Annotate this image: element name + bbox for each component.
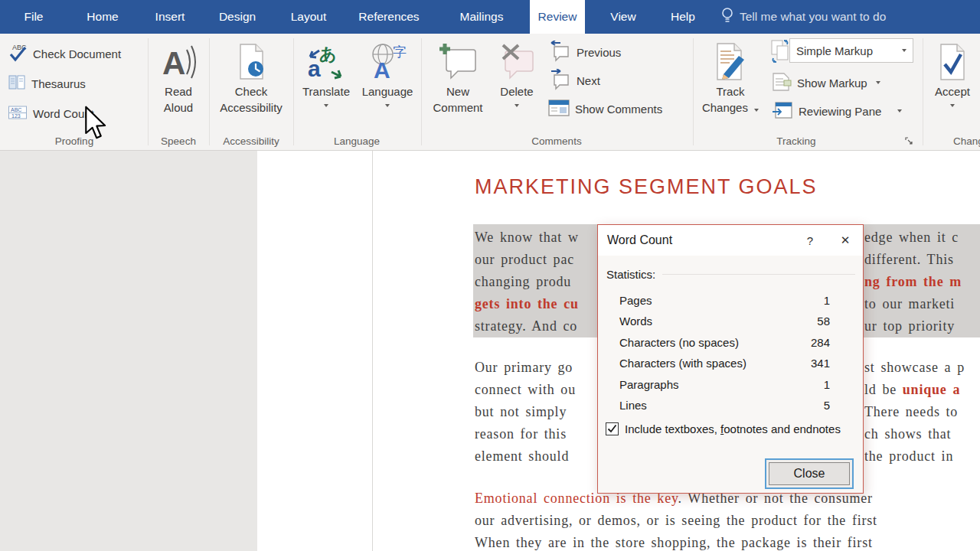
close-button-focus-ring: Close <box>765 458 854 489</box>
tell-me-box[interactable]: Tell me what you want to do <box>721 0 886 34</box>
read-aloud-button[interactable]: A Read Aloud <box>152 37 205 137</box>
simple-markup-value: Simple Markup <box>796 44 902 57</box>
tab-references[interactable]: References <box>345 0 433 34</box>
doc-red-span: unique a <box>903 382 960 397</box>
dialog-help-button[interactable]: ? <box>792 234 828 247</box>
tab-layout[interactable]: Layout <box>273 0 345 34</box>
stat-row-pages: Pages1 <box>619 292 830 308</box>
display-for-review-combobox[interactable]: Simple Markup <box>789 38 913 63</box>
stat-value: 284 <box>811 336 830 349</box>
check-document-button[interactable]: ABC Check Document <box>8 43 121 64</box>
doc-line: ur top priority <box>864 315 980 337</box>
delete-dropdown-caret <box>514 104 519 107</box>
checkbox-checked[interactable] <box>606 422 619 435</box>
dialog-close-icon[interactable]: ✕ <box>828 233 863 247</box>
stat-label: Characters (no spaces) <box>619 336 739 349</box>
spellcheck-icon: ABC <box>8 43 28 65</box>
tab-help[interactable]: Help <box>662 0 704 34</box>
stat-row-lines: Lines5 <box>619 396 830 413</box>
new-comment-button[interactable]: New Comment <box>426 37 490 137</box>
paragraph-1-left-fragment[interactable]: We know that w our product pac changing … <box>475 227 579 337</box>
stat-label: Paragraphs <box>619 378 679 391</box>
stat-label: Words <box>619 315 652 328</box>
group-label-tracking: Tracking <box>776 135 815 147</box>
reviewing-pane-button[interactable]: Reviewing Pane <box>772 100 902 122</box>
paragraph-2-left-fragment[interactable]: Our primary go connect with ou but not s… <box>475 357 576 468</box>
stat-label: Characters (with spaces) <box>619 357 746 370</box>
read-aloud-icon: A <box>160 41 197 83</box>
track-changes-dropdown-caret <box>754 109 759 112</box>
doc-line-red: gets into the cu <box>475 293 579 315</box>
reviewing-pane-label: Reviewing Pane <box>799 105 881 118</box>
group-label-changes: Changes <box>953 135 980 147</box>
doc-line: to our marketi <box>864 293 980 315</box>
tab-design[interactable]: Design <box>202 0 273 34</box>
stat-value: 58 <box>817 315 830 328</box>
group-label-language: Language <box>334 135 380 147</box>
doc-line: different. This <box>864 249 980 271</box>
app-background <box>0 151 257 551</box>
accept-dropdown-caret <box>950 104 955 107</box>
paragraph-3[interactable]: Emotional connection is the key. Whether… <box>475 487 980 551</box>
group-label-accessibility: Accessibility <box>223 135 279 147</box>
read-aloud-label: Read <box>165 83 192 99</box>
new-comment-label: New <box>446 83 469 99</box>
doc-line: Our primary go <box>475 357 576 379</box>
stat-row-chars-with-spaces: Characters (with spaces)341 <box>619 354 830 371</box>
doc-line: but not simply <box>475 401 576 423</box>
tab-mailings[interactable]: Mailings <box>433 0 530 34</box>
svg-text:字: 字 <box>393 44 407 60</box>
stat-value: 5 <box>824 399 830 412</box>
tab-view[interactable]: View <box>585 0 662 34</box>
svg-text:123: 123 <box>11 113 21 119</box>
word-count-icon: ABC123 <box>8 103 28 124</box>
stat-value: 1 <box>824 378 830 391</box>
doc-line-red: ng from the m <box>864 271 980 293</box>
paragraph-2-right-fragment[interactable]: st showcase a p ld be unique a There nee… <box>864 357 980 468</box>
doc-line: element should <box>475 445 576 468</box>
show-comments-button[interactable]: Show Comments <box>548 98 662 119</box>
tab-file[interactable]: File <box>0 0 67 34</box>
translate-button[interactable]: あa Translate <box>297 37 355 137</box>
check-document-label: Check Document <box>33 47 121 60</box>
previous-comment-label: Previous <box>577 46 621 59</box>
stat-row-paragraphs: Paragraphs1 <box>619 376 830 393</box>
group-separator <box>923 38 923 145</box>
group-separator <box>293 38 294 145</box>
thesaurus-button[interactable]: Thesaurus <box>8 73 86 94</box>
doc-line: the product in <box>864 445 980 468</box>
group-label-comments: Comments <box>531 135 581 147</box>
document-heading: MARKETING SEGMENT GOALS <box>475 175 818 199</box>
translate-dropdown-caret <box>324 104 328 107</box>
close-button[interactable]: Close <box>769 462 850 485</box>
paragraph-1-right-fragment[interactable]: edge when it c different. This ng from t… <box>864 227 980 337</box>
group-separator <box>421 38 422 145</box>
page-edge-divider <box>372 151 373 551</box>
previous-comment-button[interactable]: Previous <box>548 41 621 63</box>
delete-comment-button[interactable]: Delete <box>493 37 541 137</box>
next-comment-button[interactable]: Next <box>548 70 600 91</box>
show-comments-icon <box>548 99 570 119</box>
check-accessibility-button[interactable]: Check Accessibility <box>214 37 288 137</box>
show-markup-button[interactable]: Show Markup <box>772 72 880 93</box>
stat-row-chars-no-spaces: Characters (no spaces)284 <box>619 334 830 350</box>
statistics-rule <box>662 274 855 275</box>
language-button[interactable]: 字A Language <box>357 37 418 137</box>
track-changes-button[interactable]: Track Changes <box>698 37 763 137</box>
accept-icon <box>936 41 969 83</box>
track-changes-label: Track <box>717 83 745 99</box>
accept-button[interactable]: Accept <box>928 37 977 137</box>
word-count-button[interactable]: ABC123 Word Count <box>8 103 94 124</box>
dialog-titlebar[interactable]: Word Count ? ✕ <box>598 225 863 256</box>
ribbon-tab-bar: File Home Insert Design Layout Reference… <box>0 0 980 34</box>
mouse-cursor <box>84 106 109 144</box>
include-textboxes-checkbox-row[interactable]: Include textboxes, footnotes and endnote… <box>606 422 841 435</box>
tab-home[interactable]: Home <box>67 0 138 34</box>
tab-insert[interactable]: Insert <box>138 0 202 34</box>
markup-view-icon <box>770 40 790 66</box>
translate-label: Translate <box>302 83 350 99</box>
tab-review-active[interactable]: Review <box>530 0 585 34</box>
read-aloud-label-2: Aloud <box>164 99 193 116</box>
stat-label: Pages <box>619 294 652 307</box>
tracking-dialog-launcher[interactable] <box>905 135 914 149</box>
